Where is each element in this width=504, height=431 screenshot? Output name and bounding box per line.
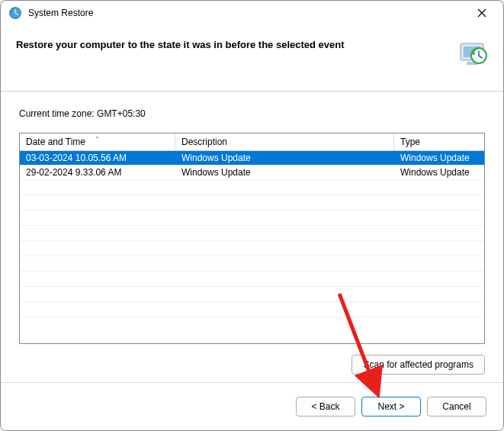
system-restore-window: System Restore Restore your computer to … [0,0,504,431]
col-header-type-label: Type [400,137,420,147]
cell-type: Windows Update [394,151,484,165]
empty-row [20,287,484,302]
restore-icon [8,6,22,20]
col-header-type[interactable]: Type [394,133,484,150]
timezone-label: Current time zone: GMT+05:30 [19,108,485,119]
cell-datetime: 29-02-2024 9.33.06 AM [20,166,175,179]
back-button[interactable]: < Back [296,397,355,417]
table-row[interactable]: 03-03-2024 10.05.56 AM Windows Update Wi… [20,151,484,166]
empty-row [20,211,484,226]
cell-description: Windows Update [175,166,394,179]
empty-row [20,195,484,211]
table-row[interactable]: 29-02-2024 9.33.06 AM Windows Update Win… [20,166,484,180]
empty-row [20,226,484,241]
titlebar: System Restore [1,1,503,25]
empty-row [20,302,484,317]
table-body: 03-03-2024 10.05.56 AM Windows Update Wi… [20,151,484,343]
empty-row [20,272,484,287]
empty-row [20,241,484,256]
col-header-description[interactable]: Description [175,133,394,150]
col-header-description-label: Description [181,137,227,147]
restore-large-icon [456,39,488,68]
cancel-button[interactable]: Cancel [427,397,486,417]
empty-row [20,256,484,272]
footer: < Back Next > Cancel [1,382,503,430]
window-title: System Restore [28,8,467,18]
scan-affected-button[interactable]: Scan for affected programs [352,355,485,375]
page-heading: Restore your computer to the state it wa… [16,39,456,50]
col-header-datetime[interactable]: ⌄ Date and Time [20,133,175,150]
close-icon [477,8,486,18]
next-button[interactable]: Next > [361,397,421,417]
cell-description: Windows Update [175,151,394,165]
cell-type: Windows Update [394,166,484,179]
cell-datetime: 03-03-2024 10.05.56 AM [20,151,175,165]
restore-points-table[interactable]: ⌄ Date and Time Description Type 03-03-2… [19,133,485,344]
header-band: Restore your computer to the state it wa… [1,25,503,92]
table-header: ⌄ Date and Time Description Type [20,133,484,151]
scan-row: Scan for affected programs [19,355,485,375]
empty-row [20,180,484,195]
content-area: Current time zone: GMT+05:30 ⌄ Date and … [1,92,503,382]
col-header-datetime-label: Date and Time [26,137,85,147]
sort-indicator-icon: ⌄ [95,133,100,140]
close-button[interactable] [467,2,497,24]
